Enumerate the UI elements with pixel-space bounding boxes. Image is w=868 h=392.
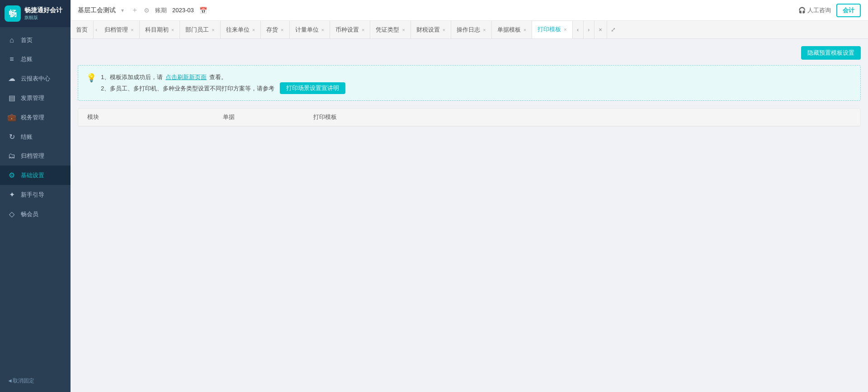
customer-service-label: 人工咨询 xyxy=(807,6,831,14)
info-row: 💡 1、模板添加成功后，请 点击刷新新页面 查看。 2、多员工、多打印机、多种业… xyxy=(86,72,852,94)
company-name: 基层工会测试 xyxy=(78,6,116,14)
tab-currency[interactable]: 币种设置 × xyxy=(330,21,370,38)
logo-icon: 畅 xyxy=(5,5,21,22)
info-text: 1、模板添加成功后，请 点击刷新新页面 查看。 2、多员工、多打印机、多种业务类… xyxy=(101,72,852,94)
tab-close-archive-mgmt[interactable]: × xyxy=(131,27,133,33)
sidebar-item-checkout[interactable]: ↻ 结账 xyxy=(0,127,71,146)
tab-unit[interactable]: 计量单位 × xyxy=(290,21,330,38)
period-value: 2023-03 xyxy=(172,7,194,14)
settings-gear-icon[interactable]: ⚙ xyxy=(144,7,150,14)
logo-main: 畅捷通好会计 xyxy=(24,6,62,14)
info-line-2: 2、多员工、多打印机、多种业务类型设置不同打印方案等，请参考 打印场景设置宣讲明 xyxy=(101,82,852,94)
tab-home-nav[interactable]: ‹ xyxy=(94,26,99,33)
tab-next-button[interactable]: › xyxy=(584,21,594,39)
hide-template-container: 隐藏预置模板设置 xyxy=(78,46,861,60)
tab-home[interactable]: 首页 xyxy=(71,21,94,38)
logo-text: 畅捷通好会计 旗舰版 xyxy=(24,6,62,21)
info-line1-prefix: 1、模板添加成功后，请 xyxy=(101,72,163,82)
tab-label-operation-log: 操作日志 xyxy=(457,26,480,34)
tab-archive-mgmt[interactable]: 归档管理 × xyxy=(99,21,139,38)
page-content: 隐藏预置模板设置 💡 1、模板添加成功后，请 点击刷新新页面 查看。 2、多员工… xyxy=(71,39,868,392)
tab-prev-button[interactable]: ‹ xyxy=(573,21,584,39)
tab-tax-settings[interactable]: 财税设置 × xyxy=(411,21,451,38)
tab-label-voucher-type: 凭证类型 xyxy=(376,26,399,34)
tab-operation-log[interactable]: 操作日志 × xyxy=(451,21,491,38)
sidebar-item-reports[interactable]: ☁ 云报表中心 xyxy=(0,69,71,88)
company-dropdown-icon[interactable]: ▾ xyxy=(121,7,124,14)
sidebar-item-invoice[interactable]: ▤ 发票管理 xyxy=(0,88,71,108)
tab-partners[interactable]: 往来单位 × xyxy=(221,21,261,38)
sidebar-item-archive[interactable]: 🗂 归档管理 xyxy=(0,146,71,165)
tab-close-all-button[interactable]: × xyxy=(594,21,607,39)
sidebar-label-invoice: 发票管理 xyxy=(21,94,44,102)
tab-label-single-template: 单据模板 xyxy=(497,26,521,34)
home-icon: ⌂ xyxy=(7,36,16,44)
tab-label-print-template: 打印模板 xyxy=(538,25,561,33)
sidebar-label-checkout: 结账 xyxy=(21,133,33,141)
sidebar: 畅 畅捷通好会计 旗舰版 ⌂ 首页 ≡ 总账 ☁ 云报表中心 ▤ 发票管理 💼 … xyxy=(0,0,71,392)
guide-icon: ✦ xyxy=(7,190,16,199)
invoice-icon: ▤ xyxy=(7,94,16,102)
tab-close-unit[interactable]: × xyxy=(321,27,324,33)
sidebar-label-ledger: 总账 xyxy=(21,55,33,63)
unpin-button[interactable]: ◄取消固定 xyxy=(0,370,71,392)
tab-close-voucher-type[interactable]: × xyxy=(402,27,405,33)
main-area: 基层工会测试 ▾ ＋ ⚙ 账期 2023-03 📅 🎧 人工咨询 会计 首页 ‹… xyxy=(71,0,868,392)
sidebar-nav: ⌂ 首页 ≡ 总账 ☁ 云报表中心 ▤ 发票管理 💼 税务管理 ↻ 结账 🗂 归… xyxy=(0,27,71,370)
sidebar-item-settings[interactable]: ⚙ 基础设置 xyxy=(0,165,71,185)
table-header: 模块 单据 打印模板 xyxy=(78,109,860,126)
tab-close-inventory[interactable]: × xyxy=(281,27,283,33)
info-refresh-link[interactable]: 点击刷新新页面 xyxy=(165,72,207,82)
tab-print-template[interactable]: 打印模板 × xyxy=(532,21,572,39)
sidebar-label-settings: 基础设置 xyxy=(21,171,44,179)
archive-icon: 🗂 xyxy=(7,152,16,160)
tab-close-partners[interactable]: × xyxy=(252,27,255,33)
tab-subject-init[interactable]: 科目期初 × xyxy=(140,21,180,38)
sidebar-item-guide[interactable]: ✦ 新手引导 xyxy=(0,185,71,204)
tab-close-dept-staff[interactable]: × xyxy=(212,27,214,33)
sidebar-label-member: 畅会员 xyxy=(21,210,38,218)
tab-label-archive-mgmt: 归档管理 xyxy=(104,26,128,34)
tab-voucher-type[interactable]: 凭证类型 × xyxy=(370,21,410,38)
reports-icon: ☁ xyxy=(7,74,16,83)
tab-single-template[interactable]: 单据模板 × xyxy=(492,21,532,38)
sidebar-label-home: 首页 xyxy=(21,36,33,44)
tab-label-inventory: 存货 xyxy=(266,26,278,34)
settings-icon: ⚙ xyxy=(7,171,16,179)
tab-close-print-template[interactable]: × xyxy=(564,27,566,32)
tab-close-single-template[interactable]: × xyxy=(524,27,526,33)
period-label: 账期 xyxy=(155,6,167,14)
tab-inventory[interactable]: 存货 × xyxy=(261,21,289,38)
tab-close-operation-log[interactable]: × xyxy=(483,27,486,33)
tab-label-currency: 币种设置 xyxy=(335,26,359,34)
tab-close-subject-init[interactable]: × xyxy=(171,27,174,33)
th-document: 单据 xyxy=(214,113,304,121)
tab-label-partners: 往来单位 xyxy=(226,26,250,34)
calendar-icon[interactable]: 📅 xyxy=(199,7,207,14)
tab-dept-staff[interactable]: 部门员工 × xyxy=(180,21,220,38)
print-scene-button[interactable]: 打印场景设置宣讲明 xyxy=(280,82,345,94)
checkout-icon: ↻ xyxy=(7,132,16,141)
sidebar-item-member[interactable]: ◇ 畅会员 xyxy=(0,204,71,224)
tab-close-tax-settings[interactable]: × xyxy=(443,27,445,33)
sidebar-logo: 畅 畅捷通好会计 旗舰版 xyxy=(0,0,71,27)
tab-expand-button[interactable]: ⤢ xyxy=(607,21,620,39)
kuaiji-button[interactable]: 会计 xyxy=(836,4,861,17)
hide-template-button[interactable]: 隐藏预置模板设置 xyxy=(801,46,861,60)
info-line1-suffix: 查看。 xyxy=(209,72,227,82)
logo-sub: 旗舰版 xyxy=(24,14,62,21)
sidebar-item-ledger[interactable]: ≡ 总账 xyxy=(0,50,71,69)
sidebar-item-tax[interactable]: 💼 税务管理 xyxy=(0,108,71,127)
sidebar-label-archive: 归档管理 xyxy=(21,152,44,160)
tab-label-home: 首页 xyxy=(76,26,88,34)
member-icon: ◇ xyxy=(7,210,16,218)
add-tab-button[interactable]: ＋ xyxy=(131,5,138,15)
sidebar-item-home[interactable]: ⌂ 首页 xyxy=(0,31,71,50)
info-line-1: 1、模板添加成功后，请 点击刷新新页面 查看。 xyxy=(101,72,852,82)
sidebar-label-guide: 新手引导 xyxy=(21,191,44,199)
headset-icon: 🎧 xyxy=(798,7,806,14)
customer-service-button[interactable]: 🎧 人工咨询 xyxy=(798,6,831,14)
tax-icon: 💼 xyxy=(7,113,16,122)
tab-close-currency[interactable]: × xyxy=(362,27,364,33)
sidebar-label-reports: 云报表中心 xyxy=(21,75,50,83)
